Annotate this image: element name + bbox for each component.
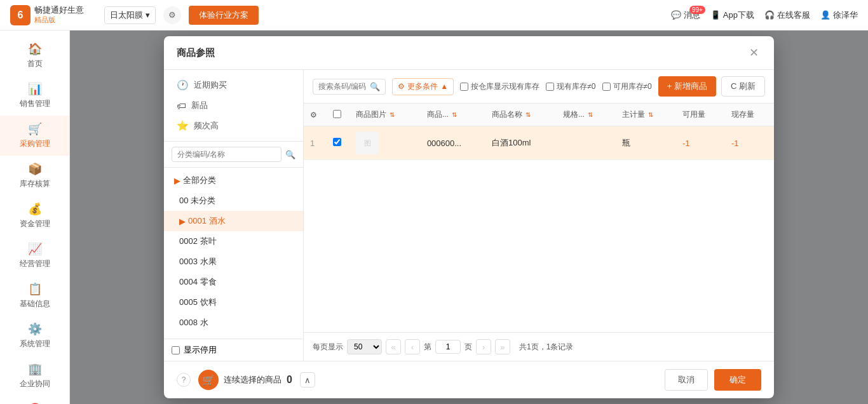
category-fruit[interactable]: 0003 水果 [164,252,303,272]
clock-icon: 🕐 [177,79,189,91]
quick-recent[interactable]: 🕐 近期购买 [172,75,295,95]
chevron-down-icon: ▾ [146,10,150,20]
row-available: -1 [676,126,725,160]
table-settings-icon[interactable]: ⚙ [310,111,317,119]
notification-badge: 99+ [689,6,705,14]
phone-icon: 📱 [710,10,721,20]
nav-dropdown[interactable]: 日太阳膜 ▾ [104,6,156,24]
product-table: ⚙ 商品图片 ⇅ [304,104,774,160]
th-image[interactable]: 商品图片 ⇅ [349,104,421,126]
quick-new[interactable]: 🏷 新品 [172,95,295,116]
app-download-item[interactable]: 📱 App下载 [710,10,754,21]
category-uncategorized[interactable]: 00 未分类 [164,191,303,211]
select-all-checkbox[interactable] [333,110,341,118]
sidebar-label-inventory: 库存核算 [20,178,50,189]
add-product-button[interactable]: + 新增商品 [658,76,716,97]
confirm-button[interactable]: 确定 [714,369,761,391]
th-unit[interactable]: 主计量 ⇅ [616,104,676,126]
sidebar-item-finance[interactable]: 💰 资金管理 [0,196,69,236]
chevron-up-icon: ▲ [440,82,448,91]
quick-recent-label: 近期购买 [194,79,227,91]
page-label: 第 [424,342,431,353]
cancel-button[interactable]: 取消 [665,369,708,391]
help-icon[interactable]: ? [177,373,191,387]
next-page-btn[interactable]: › [476,339,491,354]
enterprise-icon: 🏢 [28,362,42,376]
collapse-arrow-icon[interactable]: ∧ [300,372,315,387]
all-arrow-icon: ▶ [174,176,180,185]
user-item[interactable]: 👤 徐泽华 [820,10,858,21]
sidebar-item-basic[interactable]: 📋 基础信息 [0,276,69,316]
th-code[interactable]: 商品... ⇅ [421,104,485,126]
sidebar-item-purchase[interactable]: 🛒 采购管理 [0,116,69,156]
product-search-box: 🔍 [313,79,386,95]
sidebar-item-home[interactable]: 🏠 首页 [0,36,69,76]
category-all[interactable]: ▶ 全部分类 [164,170,303,191]
sidebar-item-system[interactable]: ⚙️ 系统管理 [0,316,69,356]
nav-right: 💬 消息 99+ 📱 App下载 🎧 在线客服 👤 徐泽华 [671,10,858,21]
row-num: 1 [304,126,327,160]
category-tea[interactable]: 0002 茶叶 [164,231,303,252]
row-spec [557,126,616,160]
gear-icon[interactable]: ⚙ [163,6,181,24]
checkbox-current-stock[interactable]: 现有库存≠0 [546,81,595,92]
search-icon[interactable]: 🔍 [370,82,380,91]
row-unit: 瓶 [616,126,676,160]
operation-icon: 📈 [28,242,42,256]
modal-close-button[interactable]: ✕ [746,45,761,60]
page-number-input[interactable] [435,340,461,354]
headset-icon: 🎧 [764,10,775,20]
refresh-button[interactable]: C 刷新 [721,76,765,97]
th-checkbox [327,104,349,126]
star-icon: ⭐ [177,120,189,131]
first-page-btn[interactable]: « [386,339,401,354]
th-stock: 现存量 [725,104,774,126]
sidebar-item-sales[interactable]: 📊 销售管理 [0,76,69,116]
total-info: 共1页，1条记录 [519,342,573,353]
purchase-icon: 🛒 [28,122,42,136]
product-reference-modal: 商品参照 ✕ 🕐 近期购买 🏷 [164,36,774,398]
last-page-btn[interactable]: » [495,339,510,354]
logo-text: 畅捷通好生意 精品版 [34,5,84,25]
checkbox-available-stock[interactable]: 可用库存≠0 [602,81,652,92]
cart-count: 0 [287,374,292,386]
pagination-bar: 每页显示 50 100 200 « ‹ 第 页 › [304,332,774,361]
sidebar-label-home: 首页 [27,58,43,69]
avatar: 👤 [820,10,831,20]
sidebar-item-enterprise[interactable]: 🏢 企业协同 [0,356,69,396]
category-liquor[interactable]: ▶ 0001 酒水 [164,211,303,231]
row-stock: -1 [725,126,774,160]
checkbox-warehouse-stock[interactable]: 按仓库显示现有库存 [460,81,539,92]
category-water[interactable]: 0008 水 [164,313,303,333]
category-beverage[interactable]: 0005 饮料 [164,292,303,313]
per-page-select[interactable]: 50 100 200 [347,339,382,354]
quick-new-label: 新品 [191,100,208,111]
category-appliances[interactable]: 0010 家电 [164,333,303,339]
online-service-item[interactable]: 🎧 在线客服 [764,10,810,21]
notification-item[interactable]: 💬 消息 99+ [671,10,700,21]
sidebar-item-guide[interactable]: 🎯 新手引导 [0,396,69,404]
prev-page-btn[interactable]: ‹ [405,339,420,354]
category-search-input[interactable] [172,147,281,162]
row-image-cell: 图 [349,126,421,160]
sidebar-item-inventory[interactable]: 📦 库存核算 [0,156,69,196]
page-suffix: 页 [465,342,472,353]
th-spec[interactable]: 规格... ⇅ [557,104,616,126]
product-search-input[interactable] [318,82,366,91]
filter-button[interactable]: ⚙ 更多条件 ▲ [392,78,454,95]
notification-icon: 💬 [671,10,681,20]
cart-label: 连续选择的商品 [224,374,281,386]
modal-header: 商品参照 ✕ [164,36,774,70]
show-disabled-label[interactable]: 显示停用 [184,344,217,356]
category-search-icon[interactable]: 🔍 [285,150,295,159]
experience-btn[interactable]: 体验行业方案 [189,6,259,25]
row-checkbox[interactable] [333,138,341,146]
sidebar-item-operation[interactable]: 📈 经营管理 [0,236,69,276]
th-name[interactable]: 商品名称 ⇅ [485,104,557,126]
table-header-row: ⚙ 商品图片 ⇅ [304,104,774,126]
show-disabled-checkbox[interactable] [172,346,180,354]
category-snack[interactable]: 0004 零食 [164,272,303,292]
quick-frequent[interactable]: ⭐ 频次高 [172,116,295,136]
main-layout: 🏠 首页 📊 销售管理 🛒 采购管理 📦 库存核算 💰 资金管理 📈 经营管理 … [0,30,868,404]
table-row[interactable]: 1 图 [304,126,774,160]
